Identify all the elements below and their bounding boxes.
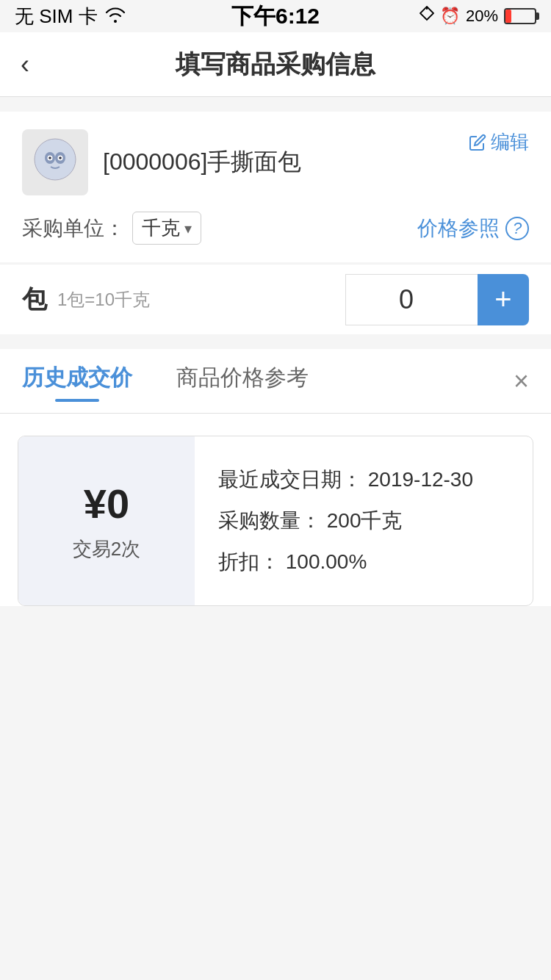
nav-bar: ‹ 填写商品采购信息 [0, 32, 551, 97]
battery-percent: 20% [466, 7, 498, 26]
product-thumbnail [22, 129, 88, 195]
wifi-icon [105, 5, 126, 28]
tabs-header: 历史成交价 商品价格参考 × [0, 349, 551, 414]
unit-left: 采购单位： 千克 ▾ [22, 212, 201, 245]
quantity-unit: 包 [22, 283, 47, 317]
quantity-input-group: + [345, 274, 529, 325]
price-ref-label: 价格参照 [417, 215, 500, 242]
edit-label: 编辑 [491, 129, 529, 155]
quantity-plus-button[interactable]: + [478, 274, 529, 325]
product-header: [0000006]手撕面包 编辑 [22, 129, 529, 195]
trade-price-panel: ¥0 交易2次 [18, 436, 195, 605]
product-left: [0000006]手撕面包 [22, 129, 301, 195]
unit-dropdown[interactable]: 千克 ▾ [132, 212, 201, 245]
tab-history-label: 历史成交价 [22, 365, 132, 389]
currency-symbol: ¥ [84, 480, 107, 527]
svg-point-6 [59, 156, 62, 159]
status-bar: 无 SIM 卡 下午6:12 ⏰ 20% [0, 0, 551, 32]
discount-value: 100.00% [286, 550, 367, 573]
tabs-nav: 历史成交价 商品价格参考 [22, 363, 309, 399]
edit-icon [469, 134, 486, 151]
close-button[interactable]: × [514, 368, 529, 394]
info-icon: ? [505, 217, 529, 240]
quantity-label: 包 1包=10千克 [22, 283, 150, 317]
status-left: 无 SIM 卡 [15, 4, 126, 29]
svg-point-5 [48, 156, 51, 159]
tab-price-reference[interactable]: 商品价格参考 [176, 363, 309, 399]
qty-value: 200千克 [327, 509, 403, 532]
back-button[interactable]: ‹ [21, 49, 29, 80]
location-icon [419, 6, 434, 26]
quantity-input[interactable] [345, 274, 478, 325]
product-thumb-icon [33, 137, 77, 188]
trade-discount-row: 折扣： 100.00% [218, 548, 509, 576]
product-name: [0000006]手撕面包 [103, 146, 301, 179]
status-right: ⏰ 20% [419, 6, 536, 26]
trade-price-value: ¥0 [84, 480, 129, 527]
date-value: 2019-12-30 [368, 468, 473, 491]
quantity-row: 包 1包=10千克 + [0, 264, 551, 334]
quantity-conversion: 1包=10千克 [57, 288, 150, 311]
trade-details-panel: 最近成交日期： 2019-12-30 采购数量： 200千克 折扣： 100.0… [195, 436, 533, 605]
product-card: [0000006]手撕面包 编辑 采购单位： 千克 ▾ 价格参照 ? [0, 112, 551, 262]
unit-label: 采购单位： [22, 215, 125, 242]
date-label: 最近成交日期： [218, 468, 362, 491]
battery-fill [505, 10, 511, 23]
svg-point-0 [35, 139, 76, 180]
price-reference-button[interactable]: 价格参照 ? [417, 215, 529, 242]
chevron-down-icon: ▾ [184, 220, 192, 237]
trade-card: ¥0 交易2次 最近成交日期： 2019-12-30 采购数量： 200千克 折… [18, 436, 533, 606]
status-time: 下午6:12 [231, 1, 320, 32]
battery-icon [504, 8, 536, 24]
unit-row: 采购单位： 千克 ▾ 价格参照 ? [22, 212, 529, 245]
plus-icon: + [494, 283, 511, 316]
qty-label: 采购数量： [218, 509, 321, 532]
page-background [0, 628, 551, 980]
price-number: 0 [107, 480, 129, 527]
trade-count: 交易2次 [73, 536, 140, 562]
tab-price-ref-label: 商品价格参考 [176, 365, 309, 389]
page-title: 填写商品采购信息 [176, 48, 375, 82]
carrier-label: 无 SIM 卡 [15, 4, 98, 29]
trade-qty-row: 采购数量： 200千克 [218, 507, 509, 535]
unit-value: 千克 [142, 215, 180, 241]
trade-date-row: 最近成交日期： 2019-12-30 [218, 466, 509, 494]
alarm-icon: ⏰ [440, 7, 460, 26]
tab-history-price[interactable]: 历史成交价 [22, 363, 132, 399]
discount-label: 折扣： [218, 550, 280, 573]
tabs-section: 历史成交价 商品价格参考 × ¥0 交易2次 最近成交日期： 2019-12-3… [0, 349, 551, 606]
edit-button[interactable]: 编辑 [469, 129, 529, 155]
